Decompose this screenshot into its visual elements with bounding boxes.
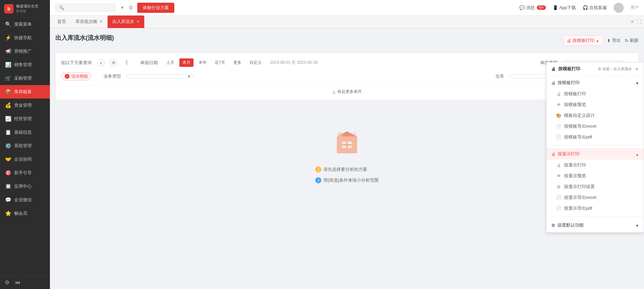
printer-icon: 🖨 xyxy=(567,38,571,43)
filter-label: 按以下方案查询 xyxy=(61,60,92,66)
set-default-icon: ⚙ xyxy=(551,223,555,228)
filter-settings-button[interactable]: ⚙ xyxy=(110,59,117,67)
sidebar-item-app-center[interactable]: 🔲 应用中心 xyxy=(0,180,50,193)
tab-batch-close[interactable]: ✕ xyxy=(99,19,103,24)
filter-add-button[interactable]: + xyxy=(97,59,105,67)
template-excel-icon: 📄 xyxy=(556,124,561,129)
template-preview-item[interactable]: 👁 按模板预览 xyxy=(547,99,644,110)
page-content: 出入库流水(流水明细) 🖨 按模板打印 ▲ ⬆ 导出 ↻ 刷新 xyxy=(50,28,644,289)
industry-solution-button[interactable]: 体验行业方案 xyxy=(137,3,174,13)
tab-close-all-icon[interactable]: ✕ xyxy=(631,19,634,24)
tab-batch[interactable]: 库存批次账 ✕ xyxy=(71,16,108,28)
dropdown-chevron-down[interactable]: ▼ xyxy=(635,67,639,72)
display-print-item-icon: 🖨 xyxy=(556,162,561,168)
message-section[interactable]: 💬 消息 99+ xyxy=(519,5,546,11)
tab-home[interactable]: 首页 xyxy=(53,16,71,28)
current-label: ⚙ 当前：出入库流水 xyxy=(598,67,632,72)
tab-maximize-icon[interactable]: ⛶ xyxy=(637,19,641,24)
search-topbar-icon: 🔍 xyxy=(59,5,64,10)
refresh-button[interactable]: ↻ 刷新 xyxy=(625,37,639,44)
inventory-icon: 📦 xyxy=(5,88,11,95)
online-service-section[interactable]: 🎧 在线客服 xyxy=(583,5,607,11)
tabbar: 首页 库存批次账 ✕ 出入库流水 ✕ ✕ ⛶ xyxy=(50,16,644,28)
set-default-chevron xyxy=(636,223,639,228)
message-badge: 99+ xyxy=(537,5,546,10)
template-section-chevron xyxy=(636,80,639,85)
display-export-excel-item[interactable]: 📄 按显示导出excel xyxy=(547,192,644,203)
sidebar: b 畅捷通好生意 标准版 🔍 搜索菜单 ⚡ 快捷导航 📢 营销推广 📊 销售管理… xyxy=(0,0,50,289)
dropdown-arrow-icon[interactable]: ▼ xyxy=(120,5,124,10)
marketing-icon: 📢 xyxy=(5,48,11,55)
settings-icon[interactable]: ⚙ xyxy=(5,279,9,286)
sidebar-item-guide[interactable]: 🎯 新手引导 xyxy=(0,166,50,180)
template-print-item[interactable]: 🖨 按模板打印 xyxy=(547,88,644,99)
date-btn-more[interactable]: 更多 xyxy=(230,58,244,67)
template-export-excel-item[interactable]: 📄 按模板导出excel xyxy=(547,121,644,132)
page-title: 出入库流水(流水明细) xyxy=(55,34,114,42)
display-preview-icon: 👁 xyxy=(556,173,561,179)
export-button[interactable]: ⬆ 导出 xyxy=(607,37,621,44)
app-logo: b 畅捷通好生意 标准版 xyxy=(0,0,50,18)
date-btn-7days[interactable]: 近7天 xyxy=(212,58,228,67)
display-section-chevron xyxy=(636,152,639,157)
display-preview-item[interactable]: 👁 按显示预览 xyxy=(547,170,644,181)
tab-flow-close[interactable]: ✕ xyxy=(136,19,140,24)
display-print-settings-item[interactable]: ⚙ 按显示打印设置 xyxy=(547,181,644,192)
collapse-icon[interactable]: ⏮ xyxy=(15,280,20,286)
empty-tips: 1 请先选择要分析的方案 2 用[筛选]条件来缩小分析范围 xyxy=(315,165,378,185)
sidebar-item-enterprise[interactable]: 🤝 企业协同 xyxy=(0,153,50,166)
template-print-header[interactable]: 🖨 按模板打印 xyxy=(547,77,644,88)
template-print-section: 🖨 按模板打印 🖨 按模板打印 👁 按模板预览 🎨 模板自定义设计 xyxy=(547,76,644,144)
date-filter: 上月 本月 本年 近7天 更多 自定义 xyxy=(163,58,265,67)
display-print-item[interactable]: 🖨 按显示打印 xyxy=(547,160,644,170)
guide-icon: 🎯 xyxy=(5,169,11,176)
date-btn-custom[interactable]: 自定义 xyxy=(246,58,265,67)
display-export-pdf-item[interactable]: 📄 按显示导出pdf xyxy=(547,203,644,214)
date-btn-prev-month[interactable]: 上月 xyxy=(163,58,177,67)
business-type-chevron: ▼ xyxy=(187,74,191,79)
gear-icon[interactable]: ⚙ xyxy=(128,4,133,11)
sales-icon: 📊 xyxy=(5,61,11,68)
refresh-icon: ↻ xyxy=(625,38,628,43)
filter-tag[interactable]: ✓ 流水明细 xyxy=(61,72,91,81)
date-btn-this-year[interactable]: 本年 xyxy=(196,58,210,67)
sidebar-item-operation[interactable]: 📈 经营管理 xyxy=(0,112,50,126)
sidebar-item-marketing[interactable]: 📢 营销推广 xyxy=(0,45,50,58)
finance-icon: 💰 xyxy=(5,102,11,109)
display-excel-icon: 📄 xyxy=(556,195,561,200)
svg-point-6 xyxy=(353,132,356,136)
sidebar-item-sales[interactable]: 📊 销售管理 xyxy=(0,58,50,72)
display-settings-icon: ⚙ xyxy=(556,184,561,189)
tag-icon: ✓ xyxy=(65,74,69,79)
search-input[interactable]: 🔍 xyxy=(55,4,116,12)
date-range-text: 2023-06-01 至 2023-06-30 xyxy=(270,60,318,65)
business-type-select[interactable] xyxy=(126,74,194,78)
svg-point-5 xyxy=(338,132,343,137)
print-template-button[interactable]: 🖨 按模板打印 ▲ xyxy=(563,35,603,46)
sidebar-bottom: ⚙ ⏮ xyxy=(0,275,50,289)
template-export-pdf-item[interactable]: 📄 按模板导出pdf xyxy=(547,132,644,142)
sidebar-item-system[interactable]: ⚙️ 系统管理 xyxy=(0,139,50,153)
template-custom-item[interactable]: 🎨 模板自定义设计 xyxy=(547,110,644,121)
app-download-section[interactable]: 📱 App下载 xyxy=(553,5,576,11)
dropdown-header: 🖨 按模板打印 ⚙ 当前：出入库流水 ▼ xyxy=(547,62,644,76)
display-print-header[interactable]: 🖨 按显示打印 xyxy=(547,148,644,160)
sidebar-item-quick-nav[interactable]: ⚡ 快捷导航 xyxy=(0,31,50,45)
user-name: 用户 xyxy=(631,5,639,10)
sidebar-item-member[interactable]: ⭐ 畅会员 xyxy=(0,207,50,220)
filter-collapse-button[interactable]: 《 xyxy=(123,59,128,66)
right-actions: 🖨 按模板打印 ▲ ⬆ 导出 ↻ 刷新 xyxy=(563,35,639,46)
sidebar-item-basic[interactable]: 📋 基础信息 xyxy=(0,126,50,139)
date-btn-this-month[interactable]: 本月 xyxy=(179,58,194,67)
sidebar-item-purchase[interactable]: 🛒 采购管理 xyxy=(0,72,50,85)
sidebar-item-inventory[interactable]: 📦 库存核算 xyxy=(0,85,50,99)
display-print-section: 🖨 按显示打印 🖨 按显示打印 👁 按显示预览 ⚙ 按显示打印设置 xyxy=(547,147,644,215)
user-avatar[interactable] xyxy=(614,3,624,13)
quick-nav-icon: ⚡ xyxy=(5,34,11,41)
set-default-header[interactable]: ⚙ 设置默认功能 xyxy=(547,219,644,231)
sidebar-item-finance[interactable]: 💰 资金管理 xyxy=(0,99,50,112)
tab-flow[interactable]: 出入库流水 ✕ xyxy=(108,16,144,28)
topbar: 🔍 ▼ ⚙ 体验行业方案 💬 消息 99+ 📱 App下载 🎧 在线客服 用户 xyxy=(50,0,644,16)
sidebar-item-wechat[interactable]: 💬 企业微信 xyxy=(0,193,50,207)
sidebar-item-search[interactable]: 🔍 搜索菜单 xyxy=(0,18,50,31)
